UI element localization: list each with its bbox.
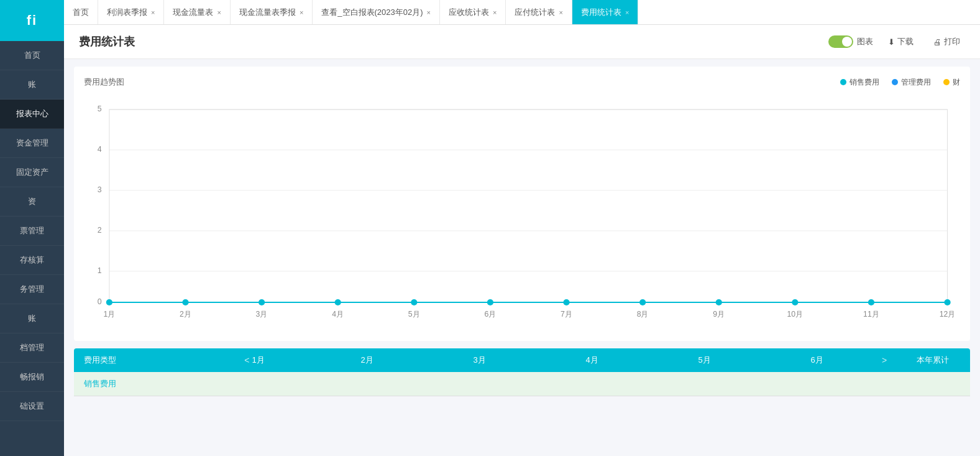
svg-text:5月: 5月 <box>408 310 420 319</box>
td-col4 <box>536 372 648 396</box>
svg-text:0: 0 <box>98 297 102 306</box>
table-section: 费用类型 < 1月 2月 3月 4月 5月 6月 > 本年累计 销售费用 <box>74 348 970 396</box>
th-col4: 4月 <box>536 348 648 372</box>
print-icon: 🖨 <box>933 37 941 47</box>
svg-text:11月: 11月 <box>863 310 879 319</box>
td-col1 <box>198 372 311 396</box>
tab-home-label: 首页 <box>73 7 89 18</box>
tab-payable-close[interactable]: × <box>559 9 562 16</box>
download-icon: ⬇ <box>888 37 895 47</box>
td-spacer <box>873 372 895 396</box>
th-col3: 3月 <box>423 348 536 372</box>
sidebar-item-fixed-assets[interactable]: 固定资产 <box>0 158 64 187</box>
svg-text:6月: 6月 <box>484 310 496 319</box>
chart-dot <box>868 299 874 305</box>
legend-dot-sales <box>840 79 846 85</box>
svg-text:4月: 4月 <box>332 310 344 319</box>
tab-cash-flow[interactable]: 现金流量表 × <box>164 0 230 24</box>
th-col1: 1月 <box>252 355 264 366</box>
sidebar-item-ledger[interactable]: 账 <box>0 70 64 100</box>
tab-blank-report[interactable]: 查看_空白报表(2023年02月) × <box>313 0 440 24</box>
chart-section: 费用趋势图 销售费用 管理费用 财 <box>74 67 970 341</box>
tab-profit-quarterly[interactable]: 利润表季报 × <box>98 0 164 24</box>
tab-payable[interactable]: 应付统计表 × <box>506 0 572 24</box>
table-row: 销售费用 <box>74 372 970 396</box>
sidebar-item-sub-ledger[interactable]: 账 <box>0 304 64 333</box>
sidebar-item-inventory[interactable]: 存核算 <box>0 246 64 275</box>
td-col6 <box>761 372 873 396</box>
sidebar-item-report-center[interactable]: 报表中心 <box>0 100 64 129</box>
sidebar-item-fund-mgmt[interactable]: 资金管理 <box>0 129 64 158</box>
th-prev[interactable]: < 1月 <box>198 348 311 372</box>
table-header-row: 费用类型 < 1月 2月 3月 4月 5月 6月 > 本年累计 <box>74 348 970 372</box>
svg-text:8月: 8月 <box>637 310 649 319</box>
next-arrow-icon[interactable]: > <box>882 355 887 365</box>
svg-text:2月: 2月 <box>180 310 191 319</box>
main-area: 首页 利润表季报 × 现金流量表 × 现金流量表季报 × 查看_空白报表(202… <box>64 0 980 456</box>
td-col5 <box>648 372 761 396</box>
tab-bar: 首页 利润表季报 × 现金流量表 × 现金流量表季报 × 查看_空白报表(202… <box>64 0 980 25</box>
tab-blank-report-label: 查看_空白报表(2023年02月) <box>321 7 423 18</box>
svg-text:1: 1 <box>98 266 102 275</box>
chart-title: 费用趋势图 <box>84 77 124 88</box>
tab-expense-stats-close[interactable]: × <box>625 9 629 16</box>
td-cumulative <box>895 372 970 396</box>
chart-dot <box>106 299 112 305</box>
sidebar-item-service-mgmt[interactable]: 务管理 <box>0 275 64 304</box>
tab-receivable-label: 应收统计表 <box>449 7 489 18</box>
svg-text:5: 5 <box>98 105 102 113</box>
chart-dot <box>716 299 722 305</box>
tab-cash-flow-quarterly-close[interactable]: × <box>300 9 303 16</box>
svg-text:1月: 1月 <box>103 310 115 319</box>
svg-text:10月: 10月 <box>787 310 803 319</box>
chart-svg: 5 4 3 2 1 0 <box>84 93 960 329</box>
svg-text:3: 3 <box>98 185 102 194</box>
chart-dot <box>259 299 265 305</box>
header-actions: 图表 ⬇ 下载 🖨 打印 <box>828 34 965 50</box>
tab-profit-quarterly-close[interactable]: × <box>151 9 155 16</box>
sidebar-item-investment[interactable]: 资 <box>0 187 64 216</box>
content-area: 费用统计表 图表 ⬇ 下载 🖨 打印 费用趋势图 <box>64 25 980 456</box>
td-col2 <box>311 372 423 396</box>
th-col5: 5月 <box>648 348 761 372</box>
prev-arrow-icon[interactable]: < <box>244 355 249 365</box>
download-label: 下载 <box>897 36 914 47</box>
sidebar-item-home[interactable]: 首页 <box>0 41 64 70</box>
chart-dot <box>487 299 493 305</box>
sidebar-item-file-mgmt[interactable]: 档管理 <box>0 333 64 363</box>
sidebar-item-invoice-mgmt[interactable]: 票管理 <box>0 216 64 246</box>
svg-text:4: 4 <box>98 145 102 154</box>
legend-label-finance: 财 <box>953 77 960 88</box>
legend-item-finance: 财 <box>943 77 960 88</box>
tab-cash-flow-quarterly-label: 现金流量表季报 <box>239 7 296 18</box>
legend-item-sales: 销售费用 <box>840 77 879 88</box>
th-next[interactable]: > <box>873 348 895 372</box>
svg-rect-12 <box>109 109 948 302</box>
tab-cash-flow-quarterly[interactable]: 现金流量表季报 × <box>231 0 313 24</box>
legend-dot-finance <box>943 79 950 85</box>
chart-container: 5 4 3 2 1 0 <box>84 93 960 331</box>
tab-home[interactable]: 首页 <box>64 0 98 24</box>
tab-cash-flow-label: 现金流量表 <box>173 7 213 18</box>
tab-cash-flow-close[interactable]: × <box>217 9 221 16</box>
chart-legend: 销售费用 管理费用 财 <box>840 77 960 88</box>
print-button[interactable]: 🖨 打印 <box>928 34 965 50</box>
chart-dot <box>639 299 646 305</box>
chart-header: 费用趋势图 销售费用 管理费用 财 <box>84 77 960 88</box>
tab-blank-report-close[interactable]: × <box>427 9 431 16</box>
tab-receivable-close[interactable]: × <box>493 9 497 16</box>
svg-text:2: 2 <box>98 226 102 235</box>
svg-text:3月: 3月 <box>256 310 268 319</box>
print-label: 打印 <box>944 36 960 47</box>
chart-dot <box>335 299 341 305</box>
tab-profit-quarterly-label: 利润表季报 <box>107 7 147 18</box>
sidebar-item-expense-write[interactable]: 畅报销 <box>0 363 64 392</box>
td-type: 销售费用 <box>74 372 198 396</box>
tab-receivable[interactable]: 应收统计表 × <box>440 0 506 24</box>
th-col6: 6月 <box>761 348 873 372</box>
sidebar-item-base-settings[interactable]: 础设置 <box>0 392 64 421</box>
download-button[interactable]: ⬇ 下载 <box>883 34 918 50</box>
chart-dot <box>563 299 569 305</box>
chart-toggle[interactable] <box>828 35 853 48</box>
tab-expense-stats[interactable]: 费用统计表 × <box>572 0 638 24</box>
